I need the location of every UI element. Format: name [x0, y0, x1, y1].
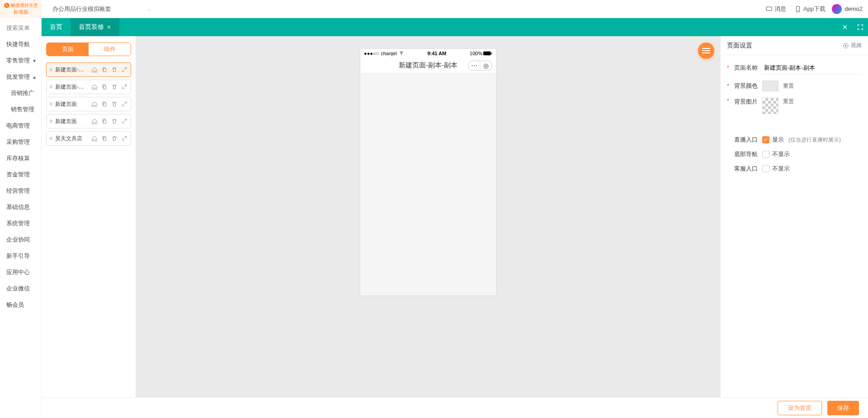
home-icon[interactable] [91, 118, 98, 125]
tabs-row: 首页首页装修✕ [42, 18, 868, 36]
settings-title: 页面设置 [727, 42, 752, 50]
copy-icon[interactable] [101, 83, 108, 90]
bottomnav-chk-label: 不显示 [772, 150, 790, 158]
copy-icon[interactable] [101, 66, 108, 73]
home-icon[interactable] [91, 66, 98, 73]
app-download-button[interactable]: App下载 [794, 5, 826, 13]
page-name-input[interactable] [762, 62, 862, 74]
video-help-button[interactable]: 视频 [843, 42, 862, 49]
copy-icon[interactable] [101, 100, 108, 108]
sidebar-item[interactable]: 应用中心 [0, 264, 41, 280]
page-row[interactable]: ≡新建页面 [46, 114, 131, 128]
wifi-icon [399, 51, 404, 56]
sidebar-subitem[interactable]: 营销推广 [0, 85, 41, 101]
phone-navbar: 新建页面-副本-副本 ⋯ ◎ [360, 58, 496, 73]
share-icon[interactable] [121, 135, 128, 142]
tab-close-icon[interactable]: ✕ [107, 24, 111, 30]
home-icon[interactable] [91, 135, 98, 142]
share-icon[interactable] [121, 100, 128, 108]
sidebar-item[interactable]: 基础信息 [0, 199, 41, 215]
sidebar-item[interactable]: 采购管理 [0, 134, 41, 150]
sidebar-item[interactable]: 零售管理▼ [0, 52, 41, 69]
home-icon[interactable] [91, 83, 98, 90]
battery-icon [483, 51, 492, 56]
sidebar-item[interactable]: 批发管理▲ [0, 69, 41, 85]
copy-icon[interactable] [101, 118, 108, 125]
target-icon: ◎ [480, 61, 492, 70]
drag-handle-icon[interactable]: ≡ [49, 84, 52, 90]
fullscreen-button[interactable] [853, 18, 868, 36]
service-entry-checkbox[interactable]: 不显示 [762, 165, 790, 173]
mini-program-capsule[interactable]: ⋯ ◎ [468, 61, 492, 71]
save-button[interactable]: 保存 [827, 401, 859, 415]
drag-handle-icon[interactable]: ≡ [49, 118, 52, 124]
live-entry-label: 直播入口 [734, 136, 758, 144]
delete-icon[interactable] [111, 118, 118, 125]
phone-body[interactable] [360, 73, 496, 295]
bg-image-reset[interactable]: 重置 [783, 98, 794, 105]
page-row[interactable]: ≡昊天文具店 [46, 131, 131, 146]
delete-icon[interactable] [111, 83, 118, 90]
avatar[interactable] [832, 4, 842, 14]
bg-color-reset[interactable]: 重置 [783, 82, 794, 90]
bg-color-swatch[interactable] [762, 81, 778, 91]
sidebar-item[interactable]: 资金管理 [0, 166, 41, 183]
page-name: 昊天文具店 [55, 135, 88, 142]
copy-icon[interactable] [101, 135, 108, 142]
share-icon[interactable] [121, 66, 128, 73]
sidebar-item[interactable]: 快捷导航 [0, 36, 41, 52]
set-home-button[interactable]: 设为首页 [778, 401, 822, 415]
caret-icon: ▲ [32, 75, 37, 80]
share-icon[interactable] [121, 118, 128, 125]
tab-close-all-button[interactable] [837, 18, 853, 36]
sidebar-item[interactable]: 库存核算 [0, 150, 41, 166]
bottomnav-label: 底部导航 [734, 150, 758, 158]
messages-label: 消息 [774, 5, 786, 13]
sidebar-item[interactable]: 企业微信 [0, 280, 41, 297]
tab-label: 首页 [50, 23, 62, 31]
tab[interactable]: 首页装修✕ [71, 18, 119, 36]
bottomnav-checkbox[interactable]: 不显示 [762, 150, 790, 158]
brand-logo[interactable]: 畅捷通好生意 标准版 [0, 0, 42, 18]
sidebar-subitem[interactable]: 销售管理 [0, 101, 41, 118]
page-name: 新建页面 [55, 100, 88, 108]
page-name: 新建页面-副本-... [55, 66, 88, 74]
share-icon[interactable] [121, 83, 128, 90]
home-icon[interactable] [91, 100, 98, 108]
page-row[interactable]: ≡新建页面-副本 [46, 80, 131, 94]
sidebar-item[interactable]: 系统管理 [0, 215, 41, 232]
page-row[interactable]: ≡新建页面-副本-... [46, 62, 131, 77]
user-name[interactable]: demo2 [844, 5, 863, 12]
live-entry-checkbox[interactable]: ✓ 显示 [762, 136, 784, 144]
delete-icon[interactable] [111, 135, 118, 142]
tab[interactable]: 首页 [42, 18, 71, 36]
drag-handle-icon[interactable]: ≡ [49, 101, 52, 107]
messages-button[interactable]: 消息 [765, 5, 786, 13]
video-label: 视频 [851, 42, 862, 49]
account-select[interactable]: 办公用品行业模拟账套 ⌵ [52, 5, 151, 13]
svg-rect-5 [491, 52, 492, 54]
sidebar-item[interactable]: 经营管理 [0, 183, 41, 199]
close-icon [841, 24, 849, 31]
sidebar-item[interactable]: 新手引导 [0, 248, 41, 264]
sidebar-item[interactable]: 搜索菜单 [0, 20, 41, 36]
bg-image-picker[interactable] [762, 98, 778, 114]
bg-color-label: 背景颜色 [734, 82, 758, 90]
components-fab[interactable] [698, 43, 714, 59]
sidebar-item[interactable]: 企业协同 [0, 232, 41, 248]
segment-components[interactable]: 组件 [89, 43, 131, 56]
canvas: ●●●○○ chanjet 9:41 AM 100% [136, 36, 721, 418]
bottom-action-bar: 设为首页 保存 [42, 397, 868, 418]
segment-pages[interactable]: 页面 [47, 43, 89, 56]
drag-handle-icon[interactable]: ≡ [49, 66, 52, 73]
drag-handle-icon[interactable]: ≡ [49, 135, 52, 142]
sidebar-item[interactable]: 畅会员 [0, 297, 41, 313]
required-star: * [727, 65, 730, 71]
delete-icon[interactable] [111, 66, 118, 73]
page-row[interactable]: ≡新建页面 [46, 97, 131, 111]
service-entry-label: 客服入口 [734, 165, 758, 173]
sidebar-item[interactable]: 电商管理 [0, 118, 41, 134]
delete-icon[interactable] [111, 100, 118, 108]
chat-icon [765, 5, 773, 13]
sidebar: 搜索菜单快捷导航零售管理▼批发管理▲营销推广销售管理电商管理采购管理库存核算资金… [0, 18, 42, 418]
